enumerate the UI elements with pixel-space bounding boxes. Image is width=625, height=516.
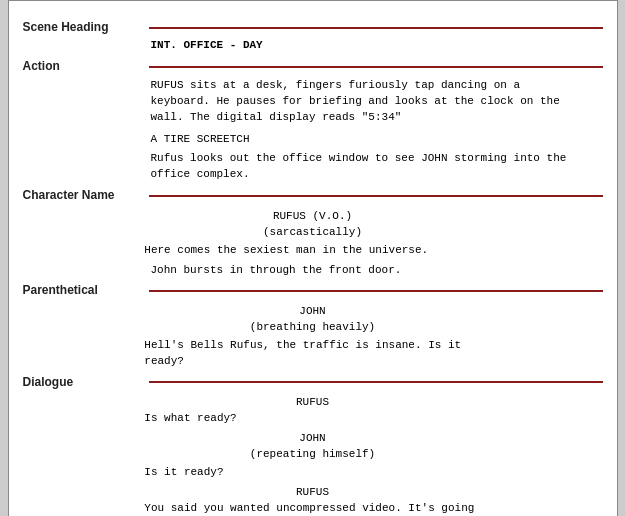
char-dialogue-universe: Here comes the sexiest man in the univer… bbox=[144, 243, 480, 259]
dialogue-text-ready: Is what ready? bbox=[144, 411, 480, 427]
paren-repeating: (repeating himself) bbox=[168, 447, 458, 463]
action-section: Action RUFUS sits at a desk, fingers fur… bbox=[23, 58, 603, 183]
dialogue-label: Dialogue bbox=[23, 374, 143, 391]
action-text-3: John bursts in through the front door. bbox=[151, 263, 583, 279]
char-paren-sarcastically: (sarcastically) bbox=[168, 225, 458, 241]
action-sound: A TIRE SCREETCH bbox=[151, 132, 583, 148]
scene-heading-text: INT. OFFICE - DAY bbox=[151, 38, 603, 54]
dialogue-line bbox=[149, 381, 603, 383]
char-name-rufus-1: RUFUS bbox=[139, 395, 487, 411]
action-text-1: RUFUS sits at a desk, fingers furiously … bbox=[151, 78, 583, 126]
action-line bbox=[149, 66, 603, 68]
char-name-john-2: JOHN bbox=[139, 431, 487, 447]
char-name-rufus-2: RUFUS bbox=[139, 485, 487, 501]
dialogue-text-it-ready: Is it ready? bbox=[144, 465, 480, 481]
scene-heading-label: Scene Heading bbox=[23, 19, 143, 36]
dialogue-section: Dialogue RUFUS Is what ready? JOHN (repe… bbox=[23, 374, 603, 516]
scene-heading-section: Scene Heading INT. OFFICE - DAY bbox=[23, 19, 603, 54]
screenplay-page: Scene Heading INT. OFFICE - DAY Action R… bbox=[8, 0, 618, 516]
paren-breathing: (breathing heavily) bbox=[168, 320, 458, 336]
char-name-john-1: JOHN bbox=[139, 304, 487, 320]
scene-heading-line bbox=[149, 27, 603, 29]
parenthetical-label: Parenthetical bbox=[23, 282, 143, 299]
parenthetical-line bbox=[149, 290, 603, 292]
character-name-line bbox=[149, 195, 603, 197]
character-name-label: Character Name bbox=[23, 187, 143, 204]
action-label: Action bbox=[23, 58, 143, 75]
dialogue-text-uncompressed: You said you wanted uncompressed video. … bbox=[144, 501, 480, 516]
char-name-rufus-vo: RUFUS (V.O.) bbox=[139, 209, 487, 225]
character-name-section: Character Name RUFUS (V.O.) (sarcastical… bbox=[23, 187, 603, 258]
action-text-2: Rufus looks out the office window to see… bbox=[151, 151, 583, 183]
parenthetical-section: Parenthetical JOHN (breathing heavily) H… bbox=[23, 282, 603, 369]
paren-dialogue-traffic: Hell's Bells Rufus, the traffic is insan… bbox=[144, 338, 480, 370]
